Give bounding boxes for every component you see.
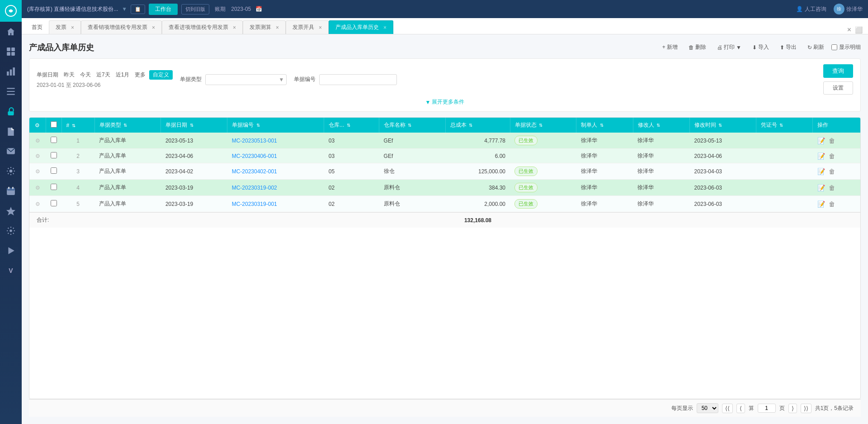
workbench-btn[interactable]: 工作台 [149,4,178,15]
row-checkbox[interactable] [51,184,57,190]
tab-product-inbound-close[interactable]: × [383,24,387,31]
row-checkbox[interactable] [51,152,57,158]
tab-maximize[interactable]: ⬜ [855,26,863,33]
row-checkbox-cell[interactable] [46,196,61,212]
row-edit-icon[interactable]: 📝 [817,200,825,208]
tab-check-sales-vat-close[interactable]: × [152,24,155,31]
row-number-link[interactable]: MC-20230406-001 [232,153,277,159]
set-btn[interactable]: 设置 [823,81,853,95]
th-number[interactable]: 单据编号 ⇅ [227,118,324,133]
th-warehouse-code[interactable]: 仓库... ⇅ [324,118,379,133]
document-btn[interactable]: 📋 [131,5,145,14]
row-settings[interactable]: ⚙ [29,163,46,180]
row-number[interactable]: MC-20230319-001 [227,196,324,212]
row-number[interactable]: MC-20230402-001 [227,163,324,180]
export-btn[interactable]: ⬆ 导出 [776,42,800,53]
row-delete-icon[interactable]: 🗑 [829,200,835,208]
number-filter-input[interactable] [319,74,397,85]
tab-invoice-open[interactable]: 发票开具 × [286,20,329,34]
th-num[interactable]: # ⇅ [61,118,94,133]
th-checkbox[interactable] [46,118,61,133]
next-page-btn[interactable]: ⟩ [788,404,797,413]
shortcut-7days[interactable]: 近7天 [94,70,112,80]
tab-check-purchase-vat[interactable]: 查看进项增值税专用发票 × [162,20,243,34]
th-type[interactable]: 单据类型 ⇅ [94,118,161,133]
tab-check-purchase-vat-close[interactable]: × [233,24,236,31]
refresh-btn[interactable]: ↻ 刷新 [804,42,828,53]
row-number-link[interactable]: MC-20230319-001 [232,201,277,207]
import-btn[interactable]: ⬇ 导入 [749,42,773,53]
sidebar-logo[interactable] [0,0,22,22]
th-modify-time[interactable]: 修改时间 ⇅ [690,118,756,133]
row-checkbox[interactable] [51,167,57,174]
type-filter-input[interactable] [205,74,287,85]
table-row[interactable]: ⚙ 3 产品入库单 2023-04-02 MC-20230402-001 05 … [29,163,860,180]
row-number[interactable]: MC-20230513-001 [227,133,324,149]
company-name[interactable]: (库存核算) 直播轻缘通信息技术股份... [27,5,118,13]
th-warehouse-name[interactable]: 仓库名称 ⇅ [379,118,446,133]
tab-close-all[interactable]: × [847,26,851,34]
row-checkbox-cell[interactable] [46,163,61,180]
per-page-select[interactable]: 50 [697,403,718,413]
first-page-btn[interactable]: ⟨⟨ [722,404,733,413]
shortcut-yesterday[interactable]: 昨天 [62,70,76,80]
th-status[interactable]: 单据状态 ⇅ [510,118,576,133]
th-date[interactable]: 单据日期 ⇅ [161,118,227,133]
sidebar-item-tools[interactable] [0,161,22,181]
row-number[interactable]: MC-20230406-001 [227,149,324,163]
tab-product-inbound[interactable]: 产成品入库单历史 × [329,20,393,34]
switch-old-btn[interactable]: 切到旧版 [181,4,209,14]
query-btn[interactable]: 查询 [823,64,853,78]
row-number-link[interactable]: MC-20230402-001 [232,168,277,175]
table-row[interactable]: ⚙ 1 产品入库单 2023-05-13 MC-20230513-001 03 … [29,133,860,149]
sidebar-item-lock[interactable] [0,101,22,121]
row-checkbox[interactable] [51,200,57,206]
select-all-checkbox[interactable] [51,121,57,128]
shortcut-custom[interactable]: 自定义 [149,70,173,80]
row-checkbox-cell[interactable] [46,149,61,163]
sidebar-item-v[interactable]: V [0,261,22,281]
shortcut-more[interactable]: 更多 [133,70,147,80]
row-checkbox-cell[interactable] [46,180,61,196]
print-btn[interactable]: 🖨 打印 ▼ [713,42,745,53]
row-delete-icon[interactable]: 🗑 [829,168,835,175]
table-row[interactable]: ⚙ 5 产品入库单 2023-03-19 MC-20230319-001 02 … [29,196,860,212]
show-detail-checkbox[interactable] [831,44,837,50]
row-delete-icon[interactable]: 🗑 [829,184,835,191]
table-row[interactable]: ⚙ 4 产品入库单 2023-03-19 MC-20230319-002 02 … [29,180,860,196]
row-settings[interactable]: ⚙ [29,180,46,196]
th-settings[interactable]: ⚙ [29,118,46,133]
delete-btn[interactable]: 🗑 删除 [685,42,710,53]
sidebar-item-mail[interactable] [0,141,22,161]
row-edit-icon[interactable]: 📝 [817,152,825,160]
tab-check-sales-vat[interactable]: 查看销项增值税专用发票 × [81,20,162,34]
row-settings[interactable]: ⚙ [29,133,46,149]
page-number-input[interactable] [758,404,776,413]
prev-page-btn[interactable]: ⟨ [736,404,745,413]
th-creator[interactable]: 制单人 ⇅ [576,118,633,133]
sidebar-item-analytics[interactable] [0,62,22,81]
th-voucher-no[interactable]: 凭证号 ⇅ [756,118,812,133]
row-checkbox[interactable] [51,137,57,143]
row-edit-icon[interactable]: 📝 [817,168,825,175]
sidebar-item-home[interactable] [0,22,22,42]
shortcut-1month[interactable]: 近1月 [114,70,132,80]
th-total-cost[interactable]: 总成本 ⇅ [445,118,510,133]
row-settings[interactable]: ⚙ [29,149,46,163]
last-page-btn[interactable]: ⟩⟩ [801,404,811,413]
tab-invoice-close[interactable]: × [71,24,74,31]
tab-invoice-calc[interactable]: 发票测算 × [243,20,286,34]
tab-invoice[interactable]: 发票 × [49,20,81,34]
row-number[interactable]: MC-20230319-002 [227,180,324,196]
tab-home[interactable]: 首页 [25,20,49,34]
row-edit-icon[interactable]: 📝 [817,137,825,144]
shortcut-today[interactable]: 今天 [78,70,93,80]
show-detail-label[interactable]: 显示明细 [831,43,861,51]
row-number-link[interactable]: MC-20230319-002 [232,185,277,191]
sidebar-item-gear[interactable] [0,221,22,241]
row-edit-icon[interactable]: 📝 [817,184,825,191]
sidebar-item-calendar[interactable] [0,181,22,201]
row-number-link[interactable]: MC-20230513-001 [232,138,277,144]
th-modifier[interactable]: 修改人 ⇅ [633,118,689,133]
sidebar-item-doc[interactable] [0,121,22,141]
